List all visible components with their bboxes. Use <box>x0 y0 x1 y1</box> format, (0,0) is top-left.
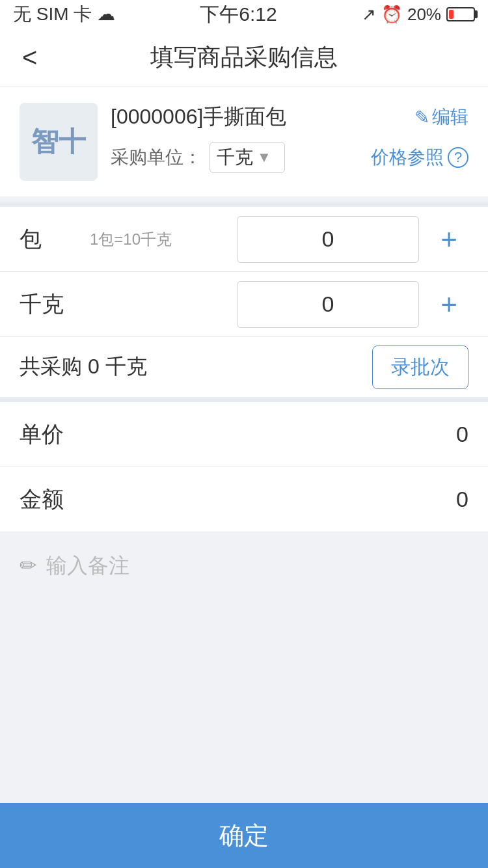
price-ref-label: 价格参照 <box>371 145 444 170</box>
unit-price-label: 单价 <box>20 420 64 450</box>
total-text: 共采购 0 千克 <box>20 353 147 381</box>
amount-row: 金额 0 <box>0 467 488 532</box>
separator-1 <box>0 202 488 207</box>
nav-bar: < 填写商品采购信息 <box>0 29 488 87</box>
status-bar: 无 SIM 卡 ☁ 下午6:12 ↗ ⏰ 20% <box>0 0 488 29</box>
input-section: 包 1包=10千克 0 + 千克 0 + <box>0 207 488 337</box>
unit-select[interactable]: 千克 ▼ <box>210 142 285 173</box>
bag-input-row: 包 1包=10千克 0 + <box>0 207 488 272</box>
battery-icon <box>446 7 475 21</box>
status-right: ↗ ⏰ 20% <box>362 5 475 25</box>
status-time: 下午6:12 <box>200 1 277 28</box>
price-ref-button[interactable]: 价格参照 ? <box>371 145 468 170</box>
info-icon: ? <box>448 147 468 168</box>
info-section: 单价 0 金额 0 <box>0 402 488 532</box>
pencil-icon: ✏ <box>20 553 37 578</box>
alarm-icon: ⏰ <box>381 5 402 25</box>
bag-plus-button[interactable]: + <box>429 220 468 259</box>
product-image: 智十 <box>20 103 98 181</box>
kg-number-input[interactable]: 0 <box>237 281 419 328</box>
kg-input-right: 0 + <box>85 281 468 328</box>
kg-label: 千克 <box>20 290 85 319</box>
total-row: 共采购 0 千克 录批次 <box>0 337 488 402</box>
unit-label: 采购单位： <box>111 145 202 170</box>
back-button[interactable]: < <box>16 36 44 79</box>
battery-text: 20% <box>407 5 441 25</box>
location-icon: ↗ <box>362 5 376 25</box>
bag-input-right: 0 + <box>172 216 468 263</box>
remark-inner: ✏ 输入备注 <box>20 552 468 580</box>
product-info: [0000006]手撕面包 ✎ 编辑 采购单位： 千克 ▼ 价格参照 ? <box>111 103 468 173</box>
kg-input-row: 千克 0 + <box>0 272 488 337</box>
confirm-button[interactable]: 确定 <box>0 803 488 868</box>
kg-plus-button[interactable]: + <box>429 285 468 324</box>
status-left: 无 SIM 卡 ☁ <box>13 2 115 27</box>
product-name: [0000006]手撕面包 <box>111 103 286 131</box>
chevron-down-icon: ▼ <box>257 149 271 166</box>
signal-text: 无 SIM 卡 ☁ <box>13 2 115 27</box>
product-card: 智十 [0000006]手撕面包 ✎ 编辑 采购单位： 千克 ▼ <box>0 87 488 202</box>
product-title: 手撕面包 <box>203 105 286 128</box>
product-logo: 智十 <box>31 124 86 160</box>
unit-value: 千克 <box>217 145 253 170</box>
product-id: [0000006] <box>111 105 203 128</box>
page-title: 填写商品采购信息 <box>150 42 338 74</box>
edit-button[interactable]: ✎ 编辑 <box>414 105 468 129</box>
remark-section[interactable]: ✏ 输入备注 <box>0 532 488 662</box>
unit-price-row: 单价 0 <box>0 402 488 467</box>
batch-button[interactable]: 录批次 <box>372 346 468 389</box>
amount-label: 金额 <box>20 485 64 515</box>
remark-placeholder: 输入备注 <box>46 552 129 580</box>
edit-label: 编辑 <box>432 105 468 129</box>
unit-row: 采购单位： 千克 ▼ 价格参照 ? <box>111 142 468 173</box>
bag-label: 包 <box>20 224 85 254</box>
amount-value: 0 <box>456 487 468 512</box>
bag-sublabel: 1包=10千克 <box>90 229 172 250</box>
unit-price-value: 0 <box>456 422 468 447</box>
edit-icon: ✎ <box>414 107 429 128</box>
product-name-row: [0000006]手撕面包 ✎ 编辑 <box>111 103 468 131</box>
bag-number-input[interactable]: 0 <box>237 216 419 263</box>
